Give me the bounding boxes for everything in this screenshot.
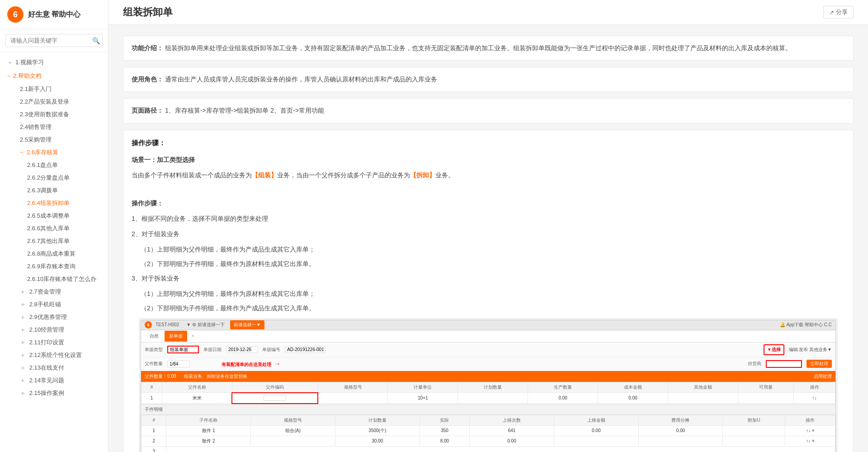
expand-icon-2: − xyxy=(7,73,10,79)
sidebar-item-install-login[interactable]: 2.2产品安装及登录 xyxy=(13,95,108,108)
function-intro-text: 组装拆卸单用来处理企业组装或拆卸等加工业务，支持有固定装配清单的产品加工业务，也… xyxy=(165,44,792,52)
lower-table-container: # 子件名称 规格型号 计划数量 实际 上移次数 上移金额 费用分摊 附加U xyxy=(141,415,835,452)
step1: 1、根据不同的业务，选择不同单据的类型来处理 xyxy=(132,212,845,225)
scene1-desc: 当由多个子件材料组装成一个成品的业务为【组装】业务，当由一个父件拆分成多个子产品… xyxy=(132,169,845,181)
sidebar-item-sales[interactable]: 2.4销售管理 xyxy=(13,121,108,133)
sidebar-item-inventory-count[interactable]: 2.6.1盘点单 xyxy=(20,159,108,171)
assembly-list-btn[interactable]: ▼选择 xyxy=(764,344,784,355)
expand-icon-print: ＋ xyxy=(20,339,26,346)
table-row: 3 xyxy=(142,446,835,452)
section-bar: 父件数量：0.00 组装业务、拆卸业务在这里切换 启用处理 xyxy=(141,371,835,382)
sidebar-item-cost-adjust[interactable]: 2.6.5成本调整单 xyxy=(20,209,108,222)
lower-section-bar: 子件明细 xyxy=(141,404,835,415)
sidebar-item-help-doc[interactable]: − 2.帮助文档 xyxy=(0,69,108,83)
form-date-label: 单据日期 xyxy=(203,346,222,354)
logo-text: 好生意 帮助中心 xyxy=(28,10,80,19)
upper-table-container: # 父件名称 父件编码 规格型号 计量单位 计划数量 生产数量 成本金额 其他金 xyxy=(141,382,835,404)
sidebar-item-other-in[interactable]: 2.6.6其他入库单 xyxy=(20,222,108,235)
step3-sub1: （1）上部明细为父件明细，最终作为原材料生成其它出库单； xyxy=(141,287,845,300)
nav-tree: ＋ 1.视频学习 − 2.帮助文档 2.1新手入门 2.2产品安装及登录 2.3… xyxy=(0,52,108,452)
sidebar-item-purchase[interactable]: 2.5采购管理 xyxy=(13,133,108,146)
nav-sub-inventory: 2.6.1盘点单 2.6.2分量盘点单 2.6.3调拨单 2.6.4组装拆卸单 … xyxy=(13,159,108,285)
step2-sub1: （1）上部明细为父件明细，最终作为产成品生成其它入库单； xyxy=(141,243,845,256)
expand-icon-personalize: ＋ xyxy=(20,352,26,358)
sidebar-item-stock-fix[interactable]: 2.6.10库存账本错了怎么办 xyxy=(20,273,108,285)
form-type-input[interactable] xyxy=(167,346,199,353)
sidebar-item-video-learning[interactable]: ＋ 1.视频学习 xyxy=(0,56,108,69)
table-row: 1 米米 10+1 0.00 0.00 xyxy=(142,393,835,404)
op-steps-sub-title: 操作步骤： xyxy=(132,197,845,209)
step2-subs: （1）上部明细为父件明细，最终作为产成品生成其它入库单； （2）下部明细为子件明… xyxy=(132,243,845,270)
function-intro-label: 功能介绍： xyxy=(132,44,163,52)
mini-right-icons: 🔔 App下载 帮助中心 C.C xyxy=(780,321,832,329)
page-title: 组装拆卸单 xyxy=(123,5,173,19)
sidebar-item-split-count[interactable]: 2.6.2分量盘点单 xyxy=(20,171,108,184)
mini-tab-new[interactable]: 新单据 xyxy=(165,331,187,342)
expand-icon-mobile: ＋ xyxy=(20,301,26,308)
sidebar-item-payment[interactable]: ＋ 2.13在线支付 xyxy=(13,362,108,374)
lower-table: # 子件名称 规格型号 计划数量 实际 上移次数 上移金额 费用分摊 附加U xyxy=(141,415,835,452)
form-date-input[interactable] xyxy=(226,346,258,353)
product-code-input[interactable] xyxy=(264,395,286,401)
mini-titlebar-text: TEST-H002 xyxy=(156,321,179,329)
sidebar-item-other-out[interactable]: 2.6.7其他出库单 xyxy=(20,235,108,247)
step3-sub2: （2）下部明细为子件明细，最终作为产成品生成其它入库单。 xyxy=(141,302,845,314)
sidebar-item-coupon[interactable]: ＋ 2.9优惠券管理 xyxy=(13,311,108,324)
sidebar-item-personalize[interactable]: ＋ 2.12系统个性化设置 xyxy=(13,349,108,362)
upper-table: # 父件名称 父件编码 规格型号 计量单位 计划数量 生产数量 成本金额 其他金 xyxy=(141,382,835,404)
sidebar-item-assembly[interactable]: 2.6.4组装拆卸单 xyxy=(20,197,108,209)
step3-subs: （1）上部明细为父件明细，最终作为原材料生成其它出库单； （2）下部明细为子件明… xyxy=(132,287,845,314)
sidebar: 6 好生意 帮助中心 🔍 ＋ 1.视频学习 − 2.帮助文档 2.1新手入门 2… xyxy=(0,0,108,452)
annotation-assembly-list: 有装配清单的在这里处理 xyxy=(222,362,271,367)
main-content: 组装拆卸单 ↗ 分享 功能介绍： 组装拆卸单用来处理企业组装或拆卸等加工业务，支… xyxy=(108,0,868,452)
sidebar-item-data-prep[interactable]: 2.3使用前数据准备 xyxy=(13,108,108,121)
mini-toolbar-icons: ▼ ⚙ 前请选择一下 xyxy=(186,321,224,329)
form-qty-input[interactable] xyxy=(167,361,190,367)
form-supplier-input[interactable] xyxy=(766,360,802,368)
path-text: 1、库存核算->库存管理->组装拆卸单 2、首页->常用功能 xyxy=(165,107,324,114)
expand-icon-coupon: ＋ xyxy=(20,314,26,320)
sidebar-item-print[interactable]: ＋ 2.11打印设置 xyxy=(13,336,108,349)
sidebar-item-stock-ledger[interactable]: 2.6.9库存账本查询 xyxy=(20,260,108,273)
table-row: 2 散件 2 30:00 8.00 0.00 xyxy=(142,436,835,446)
search-area: 🔍 xyxy=(0,29,108,52)
annotation-enable: 启用处理 xyxy=(814,372,832,381)
role-block: 使用角色： 通常由生产人员或库管人员完成拆装业务的操作，库管人员确认原材料的出库… xyxy=(123,67,854,92)
confirm-btn[interactable]: 立即处理 xyxy=(807,360,832,368)
form-right-actions: 编辑 发布 其他业务▼ xyxy=(789,346,832,354)
annotation-toggle: 组装业务、拆卸业务在这里切换 xyxy=(184,372,247,381)
step3: 3、对于拆装业务 xyxy=(132,272,845,285)
path-block: 页面路径： 1、库存核算->库存管理->组装拆卸单 2、首页->常用功能 xyxy=(123,98,854,123)
form-qty-label: 父件数量 xyxy=(145,360,163,368)
search-icon[interactable]: 🔍 xyxy=(92,37,100,44)
sidebar-item-cases[interactable]: ＋ 2.15操作案例 xyxy=(13,387,108,400)
screenshot-wrapper: 6 TEST-H002 ▼ ⚙ 前请选择一下 前请选择一▼ 🔔 App下载 帮助… xyxy=(139,318,838,452)
mini-new-btn[interactable]: 前请选择一▼ xyxy=(230,320,264,329)
nav-sub-help-doc: 2.1新手入门 2.2产品安装及登录 2.3使用前数据准备 2.4销售管理 2.… xyxy=(0,83,108,400)
expand-icon-inventory: − xyxy=(20,149,24,156)
logo-icon: 6 xyxy=(7,6,24,23)
expand-icon-finance: ＋ xyxy=(20,288,26,295)
search-input[interactable] xyxy=(5,34,103,47)
mini-tab-home[interactable]: 自然 xyxy=(145,330,164,342)
sidebar-item-beginner[interactable]: 2.1新手入门 xyxy=(13,83,108,95)
sidebar-item-transfer[interactable]: 2.6.3调拨单 xyxy=(20,184,108,197)
expand-icon: ＋ xyxy=(7,59,13,67)
form-type-label: 单据类型 xyxy=(145,346,163,354)
path-label: 页面路径： xyxy=(132,107,163,114)
sidebar-item-inventory[interactable]: − 2.6库存核算 xyxy=(13,146,108,159)
share-button[interactable]: ↗ 分享 xyxy=(823,6,854,19)
mini-app-screenshot: 6 TEST-H002 ▼ ⚙ 前请选择一下 前请选择一▼ 🔔 App下载 帮助… xyxy=(139,318,838,452)
form-number-input[interactable] xyxy=(285,346,326,353)
expand-icon-ops: ＋ xyxy=(20,326,26,333)
logo-area: 6 好生意 帮助中心 xyxy=(0,0,108,29)
content-area: 功能介绍： 组装拆卸单用来处理企业组装或拆卸等加工业务，支持有固定装配清单的产品… xyxy=(108,25,868,452)
sidebar-item-cost-recalc[interactable]: 2.6.8商品成本重算 xyxy=(20,247,108,260)
scene1-block: 场景一：加工类型选择 当由多个子件材料组装成一个成品的业务为【组装】业务，当由一… xyxy=(132,153,845,314)
sidebar-item-finance[interactable]: ＋ 2.7资金管理 xyxy=(13,285,108,298)
role-label: 使用角色： xyxy=(132,76,163,83)
sidebar-item-operations[interactable]: ＋ 2.10经营管理 xyxy=(13,324,108,336)
sidebar-item-faq[interactable]: ＋ 2.14常见问题 xyxy=(13,374,108,387)
sidebar-item-mobile[interactable]: ＋ 2.8手机旺铺 xyxy=(13,298,108,311)
share-icon: ↗ xyxy=(829,9,834,16)
